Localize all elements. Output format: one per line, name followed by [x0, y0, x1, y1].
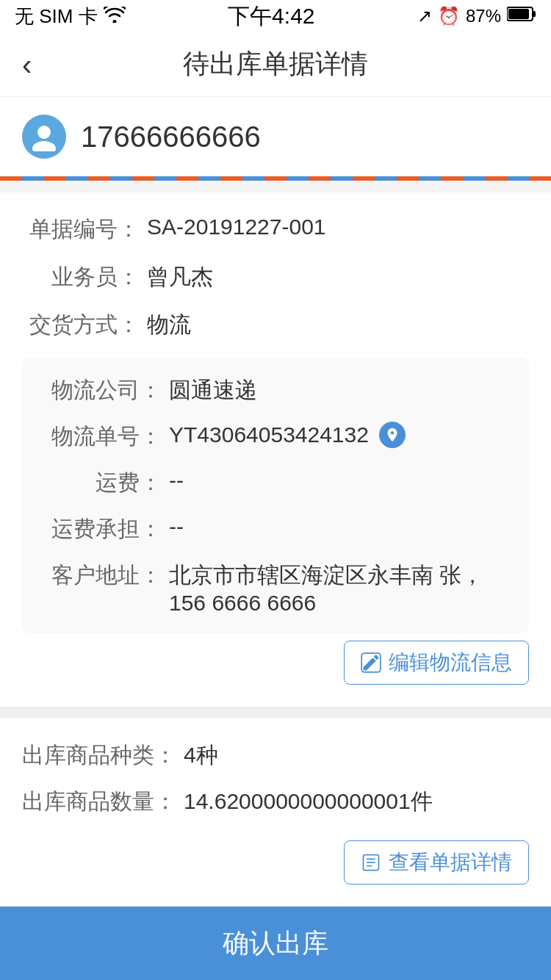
goods-type-row: 出库商品种类： 4种	[22, 741, 529, 771]
delivery-row: 交货方式： 物流	[22, 310, 529, 340]
section-divider	[0, 707, 551, 718]
svg-point-3	[37, 126, 51, 139]
alarm-icon: ⏰	[438, 6, 460, 26]
status-time: 下午4:42	[228, 1, 314, 32]
logistics-company-label: 物流公司：	[44, 375, 162, 406]
goods-section: 出库商品种类： 4种 出库商品数量： 14.6200000000000001件 …	[0, 718, 551, 907]
color-divider	[0, 176, 551, 181]
tracking-number-label: 物流单号：	[44, 422, 162, 452]
page-title: 待出库单据详情	[183, 46, 368, 82]
status-right: ↗ ⏰ 87%	[417, 6, 536, 26]
freight-row: 运费： --	[44, 468, 507, 498]
freight-bearer-value: --	[169, 514, 507, 539]
document-number-row: 单据编号： SA-20191227-001	[22, 215, 529, 245]
svg-point-4	[32, 141, 56, 151]
delivery-value: 物流	[147, 310, 529, 340]
logistics-company-row: 物流公司： 圆通速递	[44, 375, 507, 406]
battery-icon	[507, 6, 536, 26]
goods-quantity-row: 出库商品数量： 14.6200000000000001件	[22, 787, 529, 817]
address-row: 客户地址： 北京市市辖区海淀区永丰南 张，156 6666 6666	[44, 561, 507, 616]
freight-value: --	[169, 468, 507, 493]
goods-quantity-value: 14.6200000000000001件	[184, 787, 433, 817]
salesman-value: 曾凡杰	[147, 262, 529, 292]
document-number-label: 单据编号：	[22, 215, 140, 245]
freight-bearer-label: 运费承担：	[44, 514, 162, 544]
wifi-icon	[104, 5, 126, 28]
edit-logistics-button[interactable]: 编辑物流信息	[344, 641, 529, 685]
goods-type-value: 4种	[184, 741, 218, 771]
salesman-row: 业务员： 曾凡杰	[22, 262, 529, 292]
svg-rect-2	[508, 9, 529, 19]
tracking-number-row: 物流单号： YT43064053424132	[44, 422, 507, 452]
salesman-label: 业务员：	[22, 262, 140, 292]
status-bar: 无 SIM 卡 下午4:42 ↗ ⏰ 87%	[0, 0, 551, 32]
edit-logistics-label: 编辑物流信息	[389, 649, 512, 677]
avatar	[22, 115, 66, 159]
edit-logistics-container: 编辑物流信息	[22, 633, 529, 685]
confirm-outbound-button[interactable]: 确认出库	[0, 907, 551, 980]
view-details-container: 查看单据详情	[22, 833, 529, 884]
nav-bar: ‹ 待出库单据详情	[0, 32, 551, 97]
view-details-label: 查看单据详情	[389, 849, 512, 876]
document-number-value: SA-20191227-001	[147, 215, 529, 239]
back-button[interactable]: ‹	[22, 50, 32, 79]
svg-rect-1	[533, 11, 536, 17]
address-label: 客户地址：	[44, 561, 162, 591]
confirm-outbound-label: 确认出库	[223, 926, 328, 962]
document-info-section: 单据编号： SA-20191227-001 业务员： 曾凡杰 交货方式： 物流 …	[0, 192, 551, 707]
status-left: 无 SIM 卡	[15, 4, 126, 29]
user-phone: 17666666666	[81, 120, 261, 154]
address-value: 北京市市辖区海淀区永丰南 张，156 6666 6666	[169, 561, 507, 616]
logistics-card: 物流公司： 圆通速递 物流单号： YT43064053424132 运费： --…	[22, 358, 529, 633]
view-details-button[interactable]: 查看单据详情	[344, 840, 529, 884]
battery-percentage: 87%	[466, 6, 501, 26]
location-status-icon: ↗	[417, 6, 432, 26]
goods-quantity-label: 出库商品数量：	[22, 787, 176, 817]
freight-label: 运费：	[44, 468, 162, 498]
goods-type-label: 出库商品种类：	[22, 741, 176, 771]
logistics-company-value: 圆通速递	[169, 375, 507, 406]
sim-status: 无 SIM 卡	[15, 4, 98, 29]
freight-bearer-row: 运费承担： --	[44, 514, 507, 544]
tracking-location-icon[interactable]	[379, 422, 406, 448]
tracking-number-value: YT43064053424132	[169, 422, 507, 448]
delivery-label: 交货方式：	[22, 310, 140, 340]
user-section: 17666666666	[0, 97, 551, 176]
